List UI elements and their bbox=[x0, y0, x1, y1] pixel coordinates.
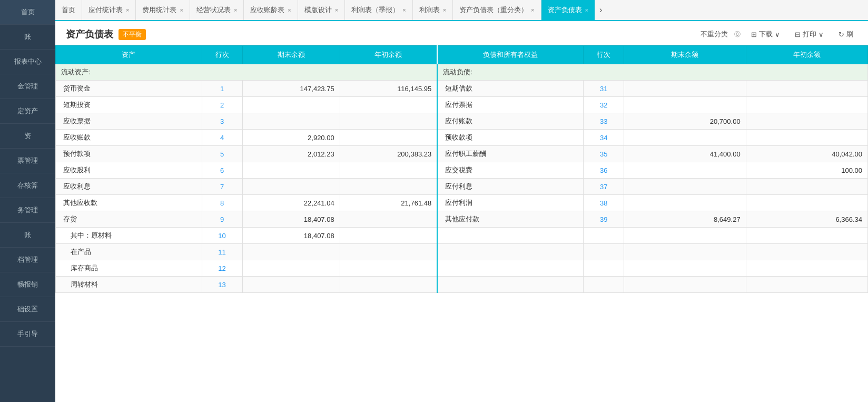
tab-close-operations[interactable]: × bbox=[234, 7, 237, 13]
col-header-end-right: 期末余额 bbox=[624, 46, 746, 64]
liability-end-amount bbox=[624, 162, 746, 179]
tab-ar-aging[interactable]: 应收账龄表× bbox=[244, 0, 298, 21]
sidebar-item-report-center[interactable]: 报表中心 bbox=[0, 50, 55, 74]
tab-close-profit[interactable]: × bbox=[443, 7, 446, 13]
asset-name: 其他应收款 bbox=[56, 195, 202, 211]
asset-begin-amount bbox=[340, 179, 437, 195]
page-title-area: 资产负债表 不平衡 bbox=[66, 28, 146, 41]
sidebar-item-guide[interactable]: 手引导 bbox=[0, 322, 55, 347]
liability-end-amount bbox=[624, 179, 746, 195]
liability-name bbox=[437, 244, 584, 260]
liability-end-amount bbox=[624, 195, 746, 211]
section-label-left: 流动资产: bbox=[56, 64, 438, 81]
print-button[interactable]: ⊟ 打印 ∨ bbox=[791, 27, 828, 41]
asset-end-amount bbox=[242, 179, 340, 195]
tab-close-balance-reclassified[interactable]: × bbox=[531, 7, 534, 13]
tab-close-ar-aging[interactable]: × bbox=[288, 7, 291, 13]
asset-begin-amount bbox=[340, 228, 437, 244]
asset-name: 存货 bbox=[56, 211, 202, 228]
tab-close-expense-stats[interactable]: × bbox=[180, 7, 183, 13]
sidebar-item-bank[interactable]: 账 bbox=[0, 223, 55, 248]
liability-begin-amount bbox=[746, 244, 867, 260]
tab-expense-stats[interactable]: 费用统计表× bbox=[136, 0, 190, 21]
liability-name: 应付职工薪酬 bbox=[437, 146, 584, 162]
sidebar-item-inventory[interactable]: 存核算 bbox=[0, 173, 55, 198]
sidebar-item-archive[interactable]: 档管理 bbox=[0, 248, 55, 272]
tab-close-ap-stats[interactable]: × bbox=[126, 7, 129, 13]
report-table: 资产 行次 期末余额 年初余额 负债和所有者权益 行次 期末余额 年初余额 流动… bbox=[55, 45, 868, 293]
tab-operations[interactable]: 经营状况表× bbox=[190, 0, 244, 21]
liability-row-num: 38 bbox=[584, 195, 624, 211]
print-label: 打印 bbox=[803, 30, 816, 39]
tab-close-profit-quarterly[interactable]: × bbox=[402, 7, 406, 13]
col-header-begin-left: 年初余额 bbox=[340, 46, 437, 64]
liability-row-num: 35 bbox=[584, 146, 624, 162]
tab-profit-quarterly[interactable]: 利润表（季报）× bbox=[345, 0, 412, 21]
asset-name: 在产品 bbox=[56, 244, 202, 260]
liability-name bbox=[437, 277, 584, 293]
liability-name: 应付利息 bbox=[437, 179, 584, 195]
asset-name: 库存商品 bbox=[56, 260, 202, 277]
liability-end-amount: 41,400.00 bbox=[624, 146, 746, 162]
liability-row-num: 31 bbox=[584, 81, 624, 97]
asset-begin-amount bbox=[340, 244, 437, 260]
asset-name: 周转材料 bbox=[56, 277, 202, 293]
tab-scroll-right[interactable]: › bbox=[595, 5, 606, 15]
tab-template-design[interactable]: 模版设计× bbox=[298, 0, 345, 21]
liability-name: 短期借款 bbox=[437, 81, 584, 97]
liability-begin-amount bbox=[746, 228, 867, 244]
tab-balance-reclassified[interactable]: 资产负债表（重分类）× bbox=[453, 0, 541, 21]
asset-begin-amount bbox=[340, 113, 437, 130]
download-icon: ⊞ bbox=[751, 31, 757, 38]
tab-profit[interactable]: 利润表× bbox=[413, 0, 453, 21]
section-label-right: 流动负债: bbox=[437, 64, 867, 81]
page-header: 资产负债表 不平衡 不重分类 ⓪ ⊞ 下载 ∨ ⊟ 打印 ∨ ↻ 刷 bbox=[55, 21, 868, 45]
asset-name: 应收账款 bbox=[56, 130, 202, 146]
asset-begin-amount bbox=[340, 260, 437, 277]
liability-begin-amount bbox=[746, 195, 867, 211]
refresh-icon: ↻ bbox=[839, 31, 844, 38]
sidebar-item-investment[interactable]: 资 bbox=[0, 124, 55, 149]
asset-end-amount: 2,012.23 bbox=[242, 146, 340, 162]
liability-name: 应付票据 bbox=[437, 97, 584, 113]
tab-ap-stats[interactable]: 应付统计表× bbox=[82, 0, 136, 21]
download-button[interactable]: ⊞ 下载 ∨ bbox=[747, 27, 784, 41]
col-header-begin-right: 年初余额 bbox=[746, 46, 867, 64]
sidebar-item-expense[interactable]: 畅报销 bbox=[0, 272, 55, 297]
print-icon: ⊟ bbox=[795, 31, 801, 38]
asset-row-num: 7 bbox=[202, 179, 242, 195]
liability-end-amount bbox=[624, 130, 746, 146]
liability-begin-amount bbox=[746, 113, 867, 130]
liability-end-amount bbox=[624, 81, 746, 97]
sidebar-item-fixed-assets[interactable]: 定资产 bbox=[0, 99, 55, 124]
asset-row-num: 3 bbox=[202, 113, 242, 130]
asset-end-amount bbox=[242, 277, 340, 293]
tab-balance[interactable]: 资产负债表× bbox=[541, 0, 595, 21]
sidebar-item-fund-mgmt[interactable]: 金管理 bbox=[0, 74, 55, 99]
asset-name: 其中：原材料 bbox=[56, 228, 202, 244]
sidebar-item-tax-mgmt[interactable]: 务管理 bbox=[0, 198, 55, 223]
sidebar-item-ledger[interactable]: 账 bbox=[0, 25, 55, 50]
asset-name: 应收股利 bbox=[56, 162, 202, 179]
asset-begin-amount bbox=[340, 211, 437, 228]
sidebar-item-settings[interactable]: 础设置 bbox=[0, 297, 55, 322]
sidebar-item-ticket-mgmt[interactable]: 票管理 bbox=[0, 149, 55, 173]
refresh-button[interactable]: ↻ 刷 bbox=[834, 27, 857, 41]
sidebar-item-home[interactable]: 首页 bbox=[0, 0, 55, 25]
liability-name bbox=[437, 260, 584, 277]
asset-begin-amount: 21,761.48 bbox=[340, 195, 437, 211]
asset-row-num: 2 bbox=[202, 97, 242, 113]
tab-home[interactable]: 首页 bbox=[55, 0, 82, 21]
page-content: 资产负债表 不平衡 不重分类 ⓪ ⊞ 下载 ∨ ⊟ 打印 ∨ ↻ 刷 bbox=[55, 21, 868, 402]
liability-begin-amount bbox=[746, 260, 867, 277]
liability-name bbox=[437, 228, 584, 244]
refresh-label: 刷 bbox=[846, 30, 853, 39]
help-icon[interactable]: ⓪ bbox=[734, 30, 741, 39]
asset-begin-amount bbox=[340, 162, 437, 179]
tab-close-template-design[interactable]: × bbox=[335, 7, 338, 13]
asset-row-num: 5 bbox=[202, 146, 242, 162]
asset-end-amount: 18,407.08 bbox=[242, 211, 340, 228]
col-header-row-right: 行次 bbox=[584, 46, 624, 64]
tab-close-balance[interactable]: × bbox=[585, 7, 588, 13]
liability-name: 应交税费 bbox=[437, 162, 584, 179]
